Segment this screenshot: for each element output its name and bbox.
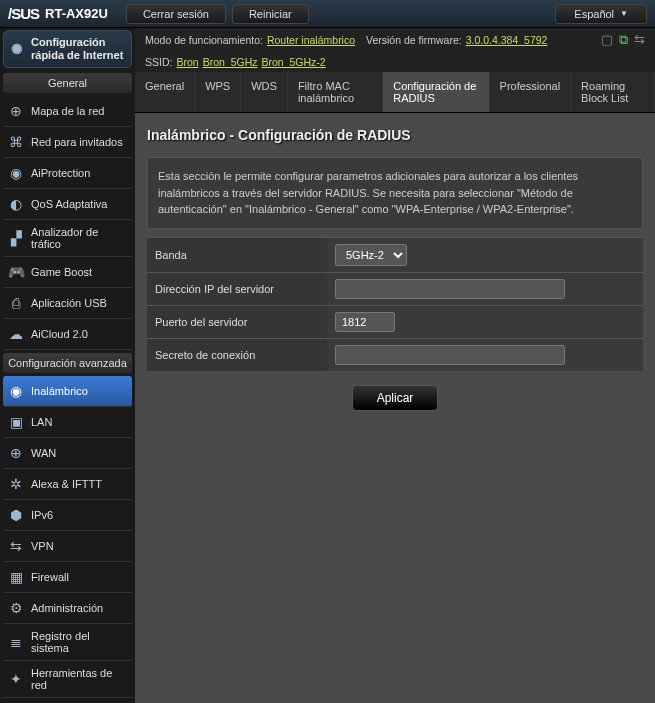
sidebar: ✺ Configuración rápida de Internet Gener… [0,28,135,703]
sidebar-item-firewall[interactable]: ▦ Firewall [3,562,132,593]
sidebar-item-label: Firewall [31,571,69,583]
vpn-icon: ⇆ [7,537,25,555]
sidebar-item-label: WAN [31,447,56,459]
ipv6-icon: ⬢ [7,506,25,524]
usb-icon: ⎙ [7,294,25,312]
language-label: Español [574,8,614,20]
sidebar-item-alexa-ifttt[interactable]: ✲ Alexa & IFTTT [3,469,132,500]
topbar: /SUS RT-AX92U Cerrar sesión Reiniciar Es… [0,0,655,28]
gamepad-icon: 🎮 [7,263,25,281]
quick-setup-button[interactable]: ✺ Configuración rápida de Internet [3,30,132,68]
log-icon: ≣ [7,633,25,651]
sidebar-item-label: Mapa de la red [31,105,104,117]
band-select[interactable]: 5GHz-2 [335,244,407,266]
link-icon[interactable]: ⇆ [634,32,645,48]
ssid-value-3: Bron_5GHz-2 [261,56,325,68]
sidebar-item-usb-application[interactable]: ⎙ Aplicación USB [3,288,132,319]
mode-value[interactable]: Router inalámbrico [267,34,355,46]
sidebar-item-label: AiCloud 2.0 [31,328,88,340]
band-label: Banda [147,237,327,272]
tab-wps[interactable]: WPS [195,72,241,112]
sidebar-header-general: General [3,73,132,93]
sidebar-item-label: Analizador de tráfico [31,226,128,250]
sidebar-item-label: Red para invitados [31,136,123,148]
model-name: RT-AX92U [45,6,108,21]
quick-setup-label: Configuración rápida de Internet [31,36,127,62]
sidebar-item-label: Alexa & IFTTT [31,478,102,490]
reboot-button[interactable]: Reiniciar [232,4,309,24]
globe-icon: ⊕ [7,444,25,462]
sidebar-item-label: LAN [31,416,52,428]
sidebar-item-qos[interactable]: ◐ QoS Adaptativa [3,189,132,220]
apply-button[interactable]: Aplicar [352,385,439,411]
server-ip-input[interactable] [335,279,565,299]
sidebar-item-lan[interactable]: ▣ LAN [3,407,132,438]
info-bar: Modo de funcionamiento: Router inalámbri… [135,28,655,72]
sidebar-item-wan[interactable]: ⊕ WAN [3,438,132,469]
tab-general[interactable]: General [135,72,195,112]
tab-roaming-block[interactable]: Roaming Block List [571,72,655,112]
sidebar-item-guest-network[interactable]: ⌘ Red para invitados [3,127,132,158]
sidebar-item-label: Registro del sistema [31,630,128,654]
sidebar-header-advanced: Configuración avanzada [3,353,132,373]
sidebar-item-label: Administración [31,602,103,614]
sidebar-item-aicloud[interactable]: ☁ AiCloud 2.0 [3,319,132,350]
firmware-label: Versión de firmware: [366,34,462,46]
logout-button[interactable]: Cerrar sesión [126,4,226,24]
brand-logo: /SUS [8,5,39,22]
server-port-label: Puerto del servidor [147,305,327,338]
globe-icon: ⊕ [7,102,25,120]
wifi-icon: ◉ [7,382,25,400]
chart-icon: ▞ [7,229,25,247]
sidebar-item-game-boost[interactable]: 🎮 Game Boost [3,257,132,288]
server-ip-label: Dirección IP del servidor [147,272,327,305]
sidebar-item-label: Herramientas de red [31,667,128,691]
lan-icon: ▣ [7,413,25,431]
radius-form: Banda 5GHz-2 Dirección IP del servidor P… [147,237,643,371]
server-port-input[interactable] [335,312,395,332]
tab-radius[interactable]: Configuración de RADIUS [383,72,489,112]
sidebar-item-traffic-analyzer[interactable]: ▞ Analizador de tráfico [3,220,132,257]
sidebar-item-aiprotection[interactable]: ◉ AiProtection [3,158,132,189]
tab-professional[interactable]: Professional [490,72,572,112]
tools-icon: ✦ [7,670,25,688]
sidebar-item-wireless[interactable]: ◉ Inalámbrico [3,376,132,407]
sidebar-item-label: Inalámbrico [31,385,88,397]
chevron-down-icon: ▼ [620,9,628,18]
connection-secret-label: Secreto de conexión [147,338,327,371]
app-icon[interactable]: ▢ [601,32,613,48]
sidebar-item-network-tools[interactable]: ✦ Herramientas de red [3,661,132,698]
sidebar-item-label: IPv6 [31,509,53,521]
sidebar-item-ipv6[interactable]: ⬢ IPv6 [3,500,132,531]
main-panel: Modo de funcionamiento: Router inalámbri… [135,28,655,703]
firewall-icon: ▦ [7,568,25,586]
ssid-value-1: Bron [176,56,198,68]
cloud-icon: ☁ [7,325,25,343]
language-button[interactable]: Español ▼ [555,4,647,24]
sidebar-item-label: VPN [31,540,54,552]
users-icon: ⌘ [7,133,25,151]
tab-bar: General WPS WDS Filtro MAC inalámbrico C… [135,72,655,113]
sidebar-item-label: QoS Adaptativa [31,198,107,210]
page-title: Inalámbrico - Configuración de RADIUS [147,127,643,143]
ssid-value-2: Bron_5GHz [203,56,258,68]
sidebar-item-label: Aplicación USB [31,297,107,309]
tab-mac-filter[interactable]: Filtro MAC inalámbrico [288,72,383,112]
voice-icon: ✲ [7,475,25,493]
sidebar-item-label: Game Boost [31,266,92,278]
sidebar-item-network-map[interactable]: ⊕ Mapa de la red [3,96,132,127]
gauge-icon: ◐ [7,195,25,213]
sidebar-item-administration[interactable]: ⚙ Administración [3,593,132,624]
sidebar-item-vpn[interactable]: ⇆ VPN [3,531,132,562]
firmware-value[interactable]: 3.0.0.4.384_5792 [466,34,548,46]
connection-secret-input[interactable] [335,345,565,365]
shield-icon: ◉ [7,164,25,182]
sidebar-item-system-log[interactable]: ≣ Registro del sistema [3,624,132,661]
ssid-label: SSID: [145,56,172,68]
globe-gear-icon: ✺ [8,40,26,58]
admin-icon: ⚙ [7,599,25,617]
sidebar-item-label: AiProtection [31,167,90,179]
mode-label: Modo de funcionamiento: [145,34,263,46]
aimesh-icon[interactable]: ⧉ [619,32,628,48]
tab-wds[interactable]: WDS [241,72,288,112]
